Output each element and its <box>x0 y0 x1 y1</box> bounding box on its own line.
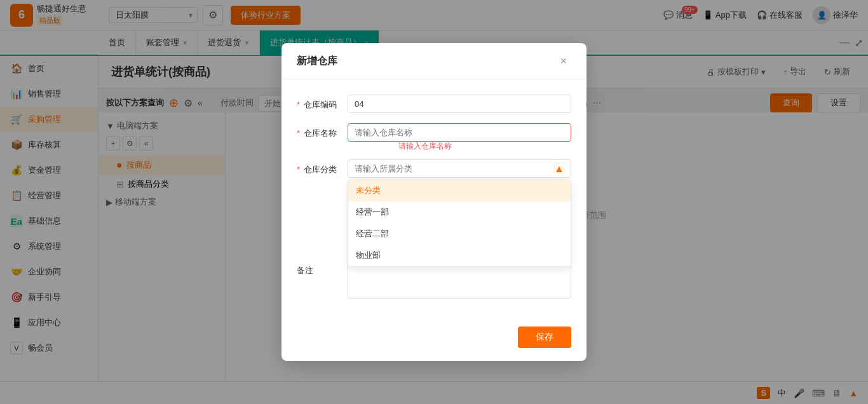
dropdown-item-uncategorized[interactable]: 未分类 <box>348 180 571 201</box>
required-star-category: * <box>297 165 300 174</box>
name-error-text: 请输入仓库名称 <box>398 141 452 152</box>
category-input[interactable] <box>348 159 571 178</box>
add-warehouse-modal: 新增仓库 × * 仓库编码 * 仓库名称 请输入仓库名称 <box>281 43 587 361</box>
form-row-code: * 仓库编码 <box>297 95 571 113</box>
note-label: 备注 <box>297 260 348 276</box>
dropdown-item-dept1[interactable]: 经营一部 <box>348 201 571 223</box>
modal-header: 新增仓库 × <box>281 43 587 79</box>
dropdown-item-property[interactable]: 物业部 <box>348 245 571 266</box>
code-label: * 仓库编码 <box>297 95 348 111</box>
form-row-category: * 仓库分类 ▲ 未分类 经营一部 经营二部 物业部 <box>297 159 571 178</box>
modal-close-button[interactable]: × <box>556 53 571 69</box>
modal-overlay: 新增仓库 × * 仓库编码 * 仓库名称 请输入仓库名称 <box>0 0 868 404</box>
category-dropdown-list: 未分类 经营一部 经营二部 物业部 <box>348 179 571 267</box>
name-input[interactable] <box>348 123 571 142</box>
name-label: * 仓库名称 <box>297 123 348 139</box>
modal-body: * 仓库编码 * 仓库名称 请输入仓库名称 * <box>281 79 587 319</box>
required-star-code: * <box>297 100 300 109</box>
save-button[interactable]: 保存 <box>518 327 571 348</box>
code-input[interactable] <box>348 95 571 113</box>
name-field-wrap: 请输入仓库名称 <box>348 123 571 142</box>
form-row-name: * 仓库名称 请输入仓库名称 <box>297 123 571 142</box>
category-label: * 仓库分类 <box>297 159 348 175</box>
dropdown-item-dept2[interactable]: 经营二部 <box>348 223 571 245</box>
dropdown-arrow-icon[interactable]: ▲ <box>552 162 566 176</box>
modal-footer: 保存 <box>281 319 587 361</box>
required-star-name: * <box>297 128 300 138</box>
modal-title: 新增仓库 <box>297 55 337 68</box>
category-dropdown: ▲ 未分类 经营一部 经营二部 物业部 <box>348 159 571 178</box>
